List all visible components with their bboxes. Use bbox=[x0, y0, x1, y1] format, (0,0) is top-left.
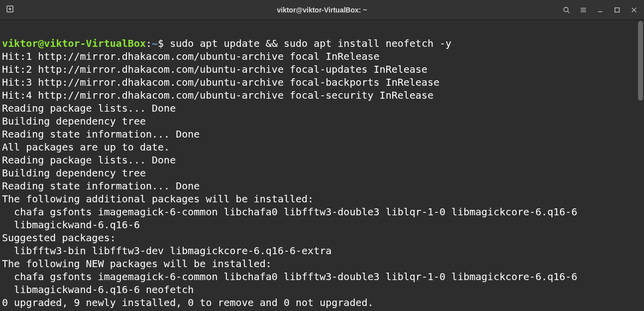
output-line: Building dependency tree bbox=[2, 115, 146, 127]
output-line: The following NEW packages will be insta… bbox=[2, 258, 272, 270]
prompt: viktor@viktor-VirtualBox:~$ bbox=[2, 37, 164, 49]
window-title: viktor@viktor-VirtualBox: ~ bbox=[277, 6, 367, 14]
output-line: chafa gsfonts imagemagick-6-common libch… bbox=[2, 271, 577, 283]
minimize-button[interactable] bbox=[596, 6, 604, 14]
close-button[interactable] bbox=[630, 6, 638, 14]
scrollbar-thumb[interactable] bbox=[638, 21, 643, 101]
output-line: Reading package lists... Done bbox=[2, 154, 176, 166]
output-line: libfftw3-bin libfftw3-dev libmagickcore-… bbox=[2, 245, 331, 257]
prompt-path: ~ bbox=[152, 37, 158, 49]
output-line: The following additional packages will b… bbox=[2, 193, 314, 205]
output-line: Suggested packages: bbox=[2, 232, 116, 244]
terminal-viewport[interactable]: viktor@viktor-VirtualBox:~$ sudo apt upd… bbox=[0, 20, 644, 311]
output-line: Building dependency tree bbox=[2, 167, 146, 179]
prompt-at: @ bbox=[38, 37, 44, 49]
command-text: sudo apt update && sudo apt install neof… bbox=[164, 37, 451, 49]
maximize-button[interactable] bbox=[613, 6, 621, 14]
window-titlebar: viktor@viktor-VirtualBox: ~ bbox=[0, 0, 644, 20]
output-line: All packages are up to date. bbox=[2, 141, 170, 153]
prompt-host: viktor-VirtualBox bbox=[44, 37, 146, 49]
prompt-colon: : bbox=[146, 37, 152, 49]
output-line: Reading state information... Done bbox=[2, 128, 200, 140]
menu-button[interactable] bbox=[579, 6, 587, 14]
search-button[interactable] bbox=[562, 6, 570, 14]
output-line: Hit:4 http://mirror.dhakacom.com/ubuntu-… bbox=[2, 89, 433, 101]
prompt-user: viktor bbox=[2, 37, 38, 49]
output-line: Hit:3 http://mirror.dhakacom.com/ubuntu-… bbox=[2, 76, 439, 88]
svg-line-4 bbox=[568, 11, 570, 13]
output-line: 0 upgraded, 9 newly installed, 0 to remo… bbox=[2, 297, 374, 309]
output-line: libmagickwand-6.q16-6 bbox=[2, 219, 140, 231]
svg-rect-9 bbox=[615, 7, 620, 12]
output-line: Hit:2 http://mirror.dhakacom.com/ubuntu-… bbox=[2, 63, 428, 75]
new-tab-button[interactable] bbox=[6, 5, 14, 15]
output-line: Reading package lists... Done bbox=[2, 102, 176, 114]
output-line: chafa gsfonts imagemagick-6-common libch… bbox=[2, 206, 577, 218]
output-line: Reading state information... Done bbox=[2, 180, 200, 192]
output-line: libmagickwand-6.q16-6 neofetch bbox=[2, 284, 194, 296]
output-line: Hit:1 http://mirror.dhakacom.com/ubuntu-… bbox=[2, 50, 380, 62]
prompt-dollar: $ bbox=[158, 37, 164, 49]
svg-point-3 bbox=[564, 7, 568, 11]
